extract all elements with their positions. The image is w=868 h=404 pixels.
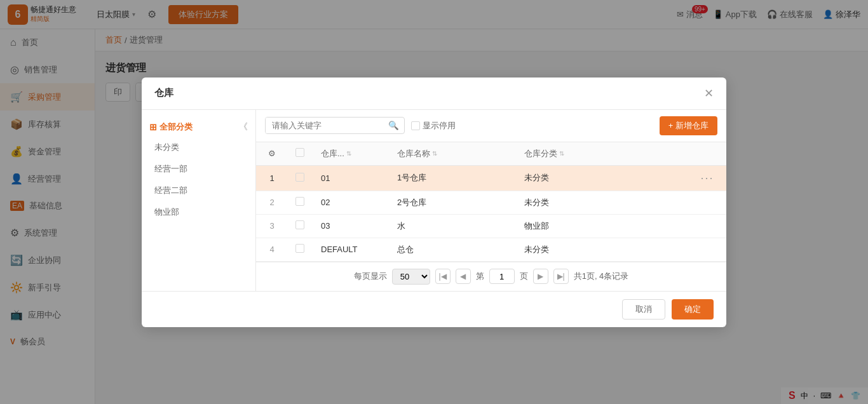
row-name: 总仓 [390,238,517,261]
category-panel: ⊞ 全部分类 《 未分类 经营一部 经营二部 物业部 [142,110,256,291]
table-row[interactable]: 1 01 1号仓库 未分类 ··· [256,165,726,191]
confirm-button[interactable]: 确定 [672,299,714,320]
warehouse-table: ⚙ 仓库... ⇅ [256,142,726,262]
search-button[interactable]: 🔍 [383,118,404,133]
category-item-property[interactable]: 物业部 [142,201,255,223]
th-code-label: 仓库... [321,148,344,159]
modal-overlay: 仓库 ✕ ⊞ 全部分类 《 未分类 经营一部 经营二部 物业部 [0,0,868,404]
modal-title: 仓库 [154,87,173,99]
last-page-button[interactable]: ▶| [553,269,569,284]
warehouse-table-wrap: ⚙ 仓库... ⇅ [256,142,726,262]
show-disabled-label: 显示停用 [423,120,456,131]
row-actions [688,214,726,238]
table-header-row: ⚙ 仓库... ⇅ [256,142,726,166]
row-checkbox[interactable] [295,220,304,229]
th-settings: ⚙ [256,142,288,166]
pagination: 每页显示 50 10 20 100 |◀ ◀ 第 页 ▶ ▶| 共1页, 4条记… [256,262,726,291]
cancel-button[interactable]: 取消 [622,299,665,320]
page-label: 第 [476,271,484,282]
th-category[interactable]: 仓库分类 ⇅ [517,142,688,166]
row-num: 3 [256,214,288,238]
all-category-button[interactable]: ⊞ 全部分类 [149,121,193,133]
all-category-label: 全部分类 [159,121,193,133]
list-toolbar: 🔍 显示停用 + 新增仓库 [256,110,726,142]
row-code: 02 [313,191,390,214]
next-page-button[interactable]: ▶ [533,269,548,284]
sort-icon: ⇅ [346,150,351,157]
row-category: 物业部 [517,214,688,238]
show-disabled-toggle[interactable]: 显示停用 [411,120,456,131]
row-num: 1 [256,165,288,191]
prev-page-button[interactable]: ◀ [456,269,471,284]
modal-body: ⊞ 全部分类 《 未分类 经营一部 经营二部 物业部 🔍 [142,110,726,291]
category-panel-header: ⊞ 全部分类 《 [142,118,255,137]
add-warehouse-button[interactable]: + 新增仓库 [660,116,717,135]
sort-icon: ⇅ [559,150,564,157]
table-row[interactable]: 2 02 2号仓库 未分类 [256,191,726,214]
row-name: 水 [390,214,517,238]
category-item-ops1[interactable]: 经营一部 [142,158,255,180]
warehouse-modal: 仓库 ✕ ⊞ 全部分类 《 未分类 经营一部 经营二部 物业部 [142,77,726,327]
modal-close-button[interactable]: ✕ [704,86,714,100]
row-category: 未分类 [517,238,688,261]
category-item-uncategorized[interactable]: 未分类 [142,137,255,158]
first-page-button[interactable]: |◀ [435,269,451,284]
row-checkbox-cell [288,191,313,214]
gear-header-icon: ⚙ [268,149,276,158]
row-checkbox[interactable] [295,173,304,182]
grid-icon: ⊞ [149,122,157,132]
row-actions [688,191,726,214]
modal-header: 仓库 ✕ [142,77,726,110]
th-name[interactable]: 仓库名称 ⇅ [390,142,517,166]
row-num: 4 [256,238,288,261]
row-checkbox[interactable] [295,197,304,206]
per-page-select[interactable]: 50 10 20 100 [392,269,430,285]
th-code[interactable]: 仓库... ⇅ [313,142,390,166]
warehouse-list-panel: 🔍 显示停用 + 新增仓库 ⚙ [256,110,726,291]
row-checkbox-cell [288,214,313,238]
row-code: 03 [313,214,390,238]
row-actions [688,238,726,261]
page-unit: 页 [520,271,528,282]
row-actions: ··· [688,165,726,191]
table-row[interactable]: 3 03 水 物业部 [256,214,726,238]
modal-footer: 取消 确定 [142,291,726,327]
category-item-ops2[interactable]: 经营二部 [142,180,255,201]
page-number-input[interactable] [489,269,515,284]
row-category: 未分类 [517,165,688,191]
search-box: 🔍 [265,117,405,134]
row-code: DEFAULT [313,238,390,261]
th-category-label: 仓库分类 [524,148,557,159]
row-category: 未分类 [517,191,688,214]
collapse-panel-button[interactable]: 《 [239,121,248,133]
row-checkbox-cell [288,165,313,191]
table-row[interactable]: 4 DEFAULT 总仓 未分类 [256,238,726,261]
row-checkbox-cell [288,238,313,261]
select-all-checkbox[interactable] [295,148,304,157]
search-input[interactable] [266,118,383,133]
total-info: 共1页, 4条记录 [574,271,629,282]
row-more-button[interactable]: ··· [700,172,714,184]
row-name: 2号仓库 [390,191,517,214]
th-name-label: 仓库名称 [397,148,430,159]
per-page-label: 每页显示 [354,271,387,282]
sort-icon: ⇅ [432,150,437,157]
th-actions [688,142,726,166]
row-num: 2 [256,191,288,214]
row-name: 1号仓库 [390,165,517,191]
th-checkbox [288,142,313,166]
row-checkbox[interactable] [295,244,304,253]
row-code: 01 [313,165,390,191]
show-disabled-checkbox[interactable] [411,121,420,130]
